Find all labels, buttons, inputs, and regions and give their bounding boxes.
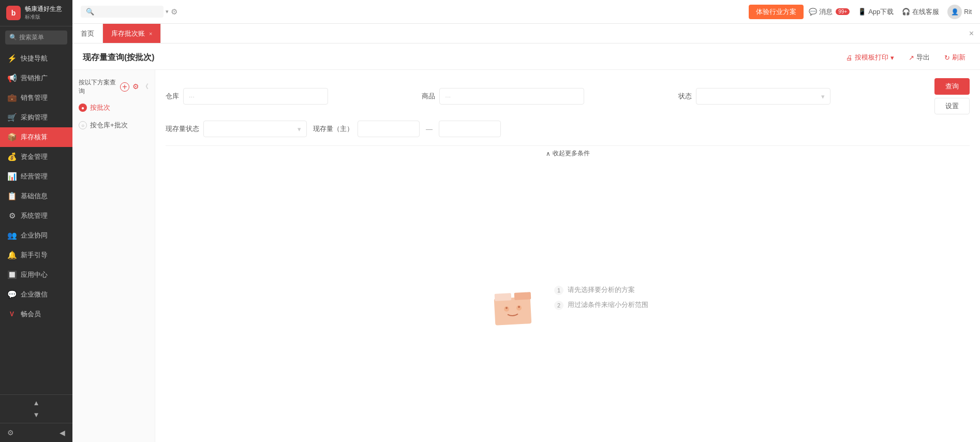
inventory-status-input[interactable]: ▾ — [203, 121, 307, 137]
query-button[interactable]: 查询 — [934, 78, 970, 95]
empty-illustration — [487, 272, 539, 323]
sidebar-item-member[interactable]: V 畅会员 — [0, 304, 72, 324]
status-input[interactable]: ▾ — [696, 88, 830, 105]
sidebar-item-enterprise[interactable]: 👥 企业协同 — [0, 226, 72, 245]
sidebar-item-quick-nav[interactable]: ⚡ 快捷导航 — [0, 49, 72, 68]
page-title: 现存量查询(按批次) — [83, 52, 155, 63]
filter-dot-gray: ○ — [79, 121, 87, 129]
add-filter-icon[interactable]: + — [120, 82, 129, 92]
collapse-more-btn[interactable]: ∧ 收起更多条件 — [166, 145, 970, 161]
template-print-btn[interactable]: 🖨 按模板打印 ▾ — [842, 51, 898, 64]
finance-icon: 💰 — [7, 152, 17, 161]
filter-item-by-batch[interactable]: ● 按批次 — [72, 99, 155, 116]
online-service-item[interactable]: 🎧 在线客服 — [902, 7, 939, 17]
scroll-down-button[interactable]: ▼ — [31, 409, 41, 421]
filter-item-label: 按仓库+批次 — [90, 121, 128, 130]
topbar-search-input[interactable] — [96, 8, 158, 16]
filter-active-icon: ● — [81, 105, 84, 111]
sidebar-item-marketing[interactable]: 📢 营销推广 — [0, 68, 72, 88]
sidebar-item-basic-info[interactable]: 📋 基础信息 — [0, 186, 72, 206]
filter-dot-active: ● — [79, 104, 87, 112]
settings-button[interactable]: 设置 — [934, 98, 970, 114]
wechat-icon: 💬 — [7, 290, 17, 299]
user-item[interactable]: 👤 Rit — [947, 5, 972, 19]
sidebar-search-bar[interactable]: 🔍 搜索菜单 — [5, 31, 67, 45]
collapse-sidebar-icon[interactable]: ◀ — [60, 429, 65, 437]
query-row-2: 现存量状态 ▾ 现存量（主） — — [166, 121, 970, 137]
scroll-up-button[interactable]: ▲ — [31, 397, 41, 409]
export-icon: ↗ — [909, 54, 914, 62]
sidebar-item-operations[interactable]: 📊 经营管理 — [0, 167, 72, 186]
warehouse-field-group: 仓库 ··· — [166, 88, 415, 105]
app-center-icon: 🔲 — [7, 270, 17, 279]
sidebar-item-label: 营销推广 — [21, 73, 48, 83]
marketing-icon: 📢 — [7, 73, 17, 83]
sidebar-item-label: 资金管理 — [21, 152, 48, 161]
filter-item-label: 按批次 — [90, 103, 110, 112]
hint-text-1: 请先选择要分析的方案 — [568, 285, 635, 294]
system-icon: ⚙ — [7, 211, 17, 220]
sidebar-item-label: 企业协同 — [21, 231, 48, 240]
sidebar-item-finance[interactable]: 💰 资金管理 — [0, 147, 72, 167]
empty-hint-1: 1 请先选择要分析的方案 — [554, 285, 648, 295]
app-download-item[interactable]: 📱 App下载 — [858, 7, 894, 17]
sidebar-item-guide[interactable]: 🔔 新手引导 — [0, 245, 72, 265]
sidebar-scroll-controls: ▲ ▼ — [0, 394, 72, 423]
query-area: 仓库 ··· 商品 ··· 状态 — [155, 70, 980, 442]
sidebar-item-inventory[interactable]: 📦 库存核算 — [0, 127, 72, 147]
sidebar-item-app-center[interactable]: 🔲 应用中心 — [0, 265, 72, 285]
product-input[interactable]: ··· — [439, 88, 584, 105]
warehouse-input[interactable]: ··· — [183, 88, 328, 105]
collapse-filter-icon[interactable]: 《 — [142, 82, 149, 92]
sidebar-item-label: 库存核算 — [21, 132, 48, 142]
tab-inventory-batch[interactable]: 库存批次账 × — [103, 24, 161, 43]
filter-panel-title: 按以下方案查询 — [79, 78, 120, 96]
phone-icon: 📱 — [858, 8, 866, 16]
refresh-btn[interactable]: ↻ 刷新 — [940, 51, 970, 64]
main-area: 🔍 ▾ ⚙ 体验行业方案 💬 消息 99+ 📱 App下载 🎧 在线客服 — [72, 0, 980, 442]
hint-num-1: 1 — [554, 286, 563, 295]
topbar-search-box[interactable]: 🔍 — [81, 6, 164, 18]
sidebar-item-system[interactable]: ⚙ 系统管理 — [0, 206, 72, 226]
inventory-qty-field-group: 现存量（主） — — [313, 121, 501, 137]
qty-separator: — — [426, 125, 433, 133]
sidebar-item-purchase[interactable]: 🛒 采购管理 — [0, 108, 72, 127]
filter-settings-icon[interactable]: ⚙ — [132, 82, 139, 92]
filter-panel-icons: + ⚙ 《 — [120, 82, 149, 92]
svg-point-5 — [506, 307, 508, 309]
export-btn[interactable]: ↗ 导出 — [904, 51, 934, 64]
member-icon: V — [7, 311, 17, 318]
status-field-group: 状态 ▾ — [678, 88, 928, 105]
trial-btn[interactable]: 体验行业方案 — [749, 5, 804, 19]
query-row-1: 仓库 ··· 商品 ··· 状态 — [166, 78, 970, 114]
sidebar-item-label: 经营管理 — [21, 172, 48, 181]
sidebar-item-wechat[interactable]: 💬 企业微信 — [0, 285, 72, 304]
tab-home[interactable]: 首页 — [72, 24, 103, 43]
sidebar-search-label: 搜索菜单 — [19, 33, 44, 42]
collapse-label: 收起更多条件 — [553, 149, 590, 158]
svg-rect-2 — [514, 292, 531, 300]
topbar-chevron-icon[interactable]: ▾ — [166, 8, 169, 15]
inventory-qty-max-input[interactable] — [439, 121, 501, 137]
topbar-gear-icon[interactable]: ⚙ — [171, 7, 177, 17]
tabs-close-right[interactable]: × — [963, 24, 980, 43]
topbar-right: 💬 消息 99+ 📱 App下载 🎧 在线客服 👤 Rit — [809, 5, 972, 19]
page-header: 现存量查询(按批次) 🖨 按模板打印 ▾ ↗ 导出 ↻ 刷新 — [72, 43, 980, 70]
app-name: 畅康通好生意 — [25, 5, 62, 13]
messages-item[interactable]: 💬 消息 99+ — [809, 7, 850, 17]
sidebar-item-sales[interactable]: 💼 销售管理 — [0, 88, 72, 108]
filter-gray-icon: ○ — [81, 123, 84, 128]
filter-item-by-warehouse-batch[interactable]: ○ 按仓库+批次 — [72, 116, 155, 134]
sidebar-item-label: 基础信息 — [21, 191, 48, 201]
inventory-qty-min-input[interactable] — [358, 121, 420, 137]
content-body: 按以下方案查询 + ⚙ 《 ● 按批次 ○ — [72, 70, 980, 442]
status-chevron-icon: ▾ — [821, 93, 825, 100]
sidebar-item-label: 企业微信 — [21, 290, 48, 299]
print-chevron-icon: ▾ — [890, 54, 894, 62]
app-version: 标准版 — [25, 13, 62, 21]
svg-point-6 — [518, 306, 520, 308]
quick-nav-icon: ⚡ — [7, 54, 17, 63]
settings-icon[interactable]: ⚙ — [7, 429, 14, 437]
tab-close-icon[interactable]: × — [149, 31, 152, 37]
sidebar-item-label: 销售管理 — [21, 93, 48, 102]
